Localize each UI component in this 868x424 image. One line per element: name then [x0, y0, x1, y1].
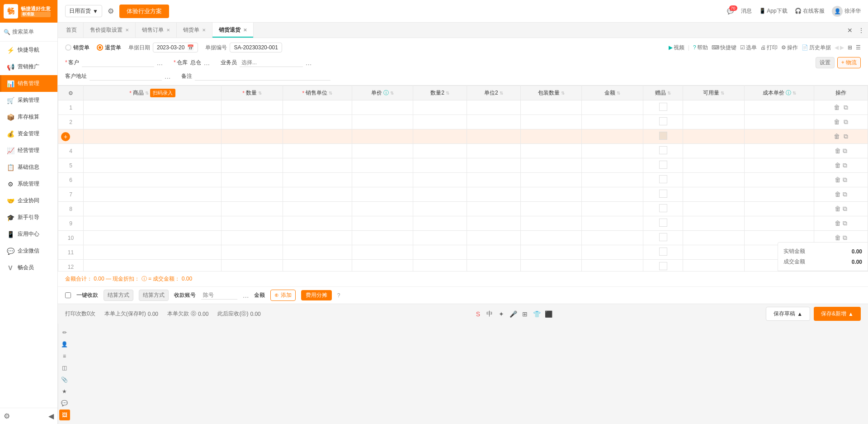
row-quantity[interactable]	[222, 129, 283, 144]
payment-method-button[interactable]: 结算方式	[104, 290, 133, 301]
row-available[interactable]	[683, 115, 745, 129]
sidebar-item-purchase[interactable]: 🛒 采购管理	[0, 92, 57, 109]
delete-row-icon[interactable]: 🗑	[835, 162, 841, 169]
right-panel-chat-icon[interactable]: 💬	[59, 398, 70, 409]
view-toggle-grid[interactable]: ⊞	[848, 44, 852, 51]
copy-row-icon[interactable]: ⧉	[843, 219, 847, 227]
tool2-icon[interactable]: ✦	[496, 309, 506, 319]
gift-checkbox[interactable]	[659, 233, 667, 241]
search-menu-item[interactable]: 🔍 搜索菜单	[4, 26, 54, 38]
row-unit2[interactable]	[467, 100, 520, 115]
account-dots[interactable]: ...	[243, 291, 249, 300]
row-quantity[interactable]	[222, 100, 283, 115]
copy-row-icon[interactable]: ⧉	[843, 162, 847, 169]
sidebar-item-fund[interactable]: 💰 资金管理	[0, 125, 57, 142]
copy-row-icon[interactable]: ⧉	[843, 191, 847, 198]
right-panel-star-icon[interactable]: ★	[59, 386, 70, 397]
copy-row-icon[interactable]: ⧉	[843, 176, 847, 183]
app-download-link[interactable]: 📱 App下载	[759, 7, 788, 15]
unit2-sort-icon[interactable]: ⇅	[500, 91, 503, 95]
add-row-button[interactable]: +	[61, 132, 70, 141]
address-input[interactable]	[90, 72, 162, 81]
view-toggle-list[interactable]: ☰	[856, 44, 861, 51]
serial-input[interactable]: SA-20230320-001	[230, 43, 282, 52]
gift-checkbox[interactable]	[659, 146, 667, 154]
row-unit2[interactable]	[467, 115, 520, 129]
gift-checkbox[interactable]	[659, 204, 667, 212]
copy-row-icon[interactable]: ⧉	[844, 118, 848, 125]
online-service-link[interactable]: 🎧 在线客服	[795, 7, 825, 15]
sales-unit-sort-icon[interactable]: ⇅	[329, 91, 332, 95]
sidebar-item-system[interactable]: ⚙ 系统管理	[0, 176, 57, 192]
row-pack-qty[interactable]	[520, 129, 582, 144]
history-link[interactable]: 📄 历史单据	[802, 44, 831, 52]
row-sales-unit[interactable]	[283, 129, 352, 144]
copy-row-icon[interactable]: ⧉	[843, 147, 847, 154]
right-panel-list-icon[interactable]: ≡	[59, 351, 70, 362]
salesperson-input[interactable]	[240, 58, 303, 67]
row-sales-unit[interactable]	[283, 100, 352, 115]
delete-row-icon[interactable]: 🗑	[835, 176, 841, 183]
gift-checkbox[interactable]	[659, 117, 667, 125]
delete-row-icon[interactable]: 🗑	[834, 104, 840, 111]
row-available[interactable]	[683, 100, 745, 115]
row-pack-qty[interactable]	[520, 115, 582, 129]
select-link[interactable]: ☑ 选单	[740, 44, 757, 52]
tab-menu-icon[interactable]: ⋮	[856, 26, 866, 35]
qty2-sort-icon[interactable]: ⇅	[446, 91, 449, 95]
delete-row-icon[interactable]: 🗑	[834, 118, 840, 125]
row-unit-price[interactable]	[352, 100, 413, 115]
collapse-icon[interactable]: ◀	[48, 412, 54, 420]
delete-row-icon[interactable]: 🗑	[835, 191, 841, 198]
row-unit-price[interactable]	[352, 129, 413, 144]
tab-price-extract[interactable]: 售价提取设置 ✕	[84, 23, 136, 38]
row-product[interactable]	[83, 115, 221, 129]
row-gift[interactable]	[643, 129, 683, 144]
delete-row-icon[interactable]: 🗑	[835, 219, 841, 227]
gear-icon[interactable]: ⚙	[68, 90, 73, 96]
row-unit-price[interactable]	[352, 115, 413, 129]
row-qty2[interactable]	[413, 129, 467, 144]
row-cost-price[interactable]	[744, 129, 814, 144]
copy-row-icon[interactable]: ⧉	[844, 133, 848, 140]
tab-home[interactable]: 首页	[60, 23, 84, 38]
sidebar-item-guide[interactable]: 🎓 新手引导	[0, 209, 57, 226]
customer-input[interactable]	[82, 58, 154, 67]
sidebar-item-sales-mgmt[interactable]: 📊 销售管理	[0, 75, 57, 92]
sidebar-item-vip[interactable]: V 畅会员	[0, 259, 57, 276]
price-sort-icon[interactable]: ⇅	[390, 91, 394, 95]
tool4-icon[interactable]: ⊞	[520, 309, 530, 319]
pack-sort-icon[interactable]: ⇅	[561, 91, 565, 95]
copy-row-icon[interactable]: ⧉	[843, 205, 847, 212]
calc-method-button[interactable]: 结算方式	[139, 290, 169, 301]
row-unit2[interactable]	[467, 129, 520, 144]
operate-link[interactable]: ⚙ 操作	[781, 44, 798, 52]
avail-sort-icon[interactable]: ⇅	[721, 91, 724, 95]
sidebar-item-marketing[interactable]: 📢 营销推广	[0, 58, 57, 75]
tool5-icon[interactable]: 👕	[532, 309, 542, 319]
row-amount[interactable]	[582, 100, 643, 115]
tab-close-sales-order[interactable]: ✕	[166, 28, 170, 33]
row-amount[interactable]	[582, 115, 643, 129]
cost-sort-icon[interactable]: ⇅	[793, 91, 796, 95]
row-available[interactable]	[683, 129, 745, 144]
row-gift[interactable]	[643, 115, 683, 129]
row-qty2[interactable]	[413, 115, 467, 129]
row-qty2[interactable]	[413, 100, 467, 115]
add-logistics-button[interactable]: + 物流	[837, 57, 861, 68]
video-link[interactable]: ▶ 视频	[669, 44, 684, 52]
save-new-button[interactable]: 保存&新增 ▲	[814, 307, 861, 321]
fee-split-button[interactable]: 费用分摊	[301, 290, 332, 300]
gift-sort-icon[interactable]: ⇅	[667, 91, 671, 95]
row-amount[interactable]	[582, 129, 643, 144]
sidebar-item-wechat[interactable]: 💬 企业微信	[0, 243, 57, 259]
settings-icon[interactable]: ⚙	[4, 412, 10, 420]
warehouse-dots[interactable]: ...	[204, 59, 210, 67]
row-quantity[interactable]	[222, 115, 283, 129]
tab-sales-return[interactable]: 销货退货 ✕	[212, 23, 254, 38]
amount-sort-icon[interactable]: ⇅	[617, 91, 620, 95]
gift-checkbox[interactable]	[659, 190, 667, 198]
delete-row-icon[interactable]: 🗑	[835, 205, 841, 212]
row-pack-qty[interactable]	[520, 100, 582, 115]
right-panel-user-icon[interactable]: 👤	[59, 339, 70, 350]
